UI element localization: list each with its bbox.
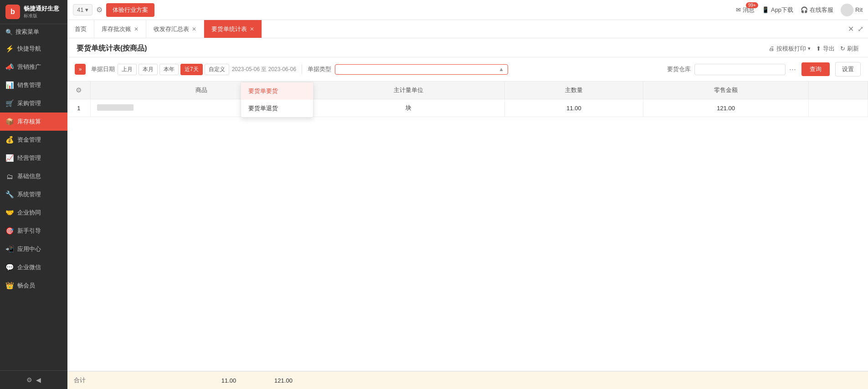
th-unit: 主计量单位 bbox=[313, 82, 504, 99]
filter-more-icon[interactable]: ··· bbox=[789, 65, 796, 74]
logo-icon: b bbox=[5, 5, 20, 19]
nav-icon-finance: 💰 bbox=[5, 136, 14, 144]
filter-bar: » 单据日期 上月 本月 本年 近7天 自定义 2023-05-06 至 202… bbox=[67, 57, 868, 82]
tab-close-all-icon[interactable]: ✕ bbox=[848, 25, 854, 33]
tab-home[interactable]: 首页 bbox=[67, 20, 94, 38]
message-badge: 99+ bbox=[746, 2, 758, 8]
tab-collect-summary[interactable]: 收发存汇总表 ✕ bbox=[146, 20, 204, 38]
date-buttons: 上月 本月 本年 近7天 自定义 bbox=[118, 64, 229, 75]
tab-expand-icon[interactable]: ⤢ bbox=[858, 25, 863, 33]
sidebar-item-app-center[interactable]: 📲 应用中心 bbox=[0, 240, 67, 258]
print-action[interactable]: 🖨 按模板打印 ▾ bbox=[769, 45, 811, 53]
online-service-button[interactable]: 🎧 在线客服 bbox=[801, 6, 833, 14]
filter-expand-button[interactable]: » bbox=[75, 64, 86, 75]
export-action[interactable]: ⬆ 导出 bbox=[816, 45, 835, 53]
sidebar-item-marketing[interactable]: 📣 营销推广 bbox=[0, 58, 67, 76]
settings-icon[interactable]: ⚙ bbox=[26, 376, 32, 384]
product-placeholder bbox=[97, 104, 134, 111]
footer-quantity: 11.00 bbox=[211, 377, 247, 384]
sidebar-item-wechat[interactable]: 💬 企业微信 bbox=[0, 258, 67, 276]
nav-icon-purchase: 🛒 bbox=[5, 99, 14, 107]
logo-area: b 畅捷通好生意 标准版 bbox=[0, 0, 67, 24]
refresh-action[interactable]: ↻ 刷新 bbox=[840, 45, 859, 53]
sidebar-item-sales[interactable]: 📊 销售管理 bbox=[0, 76, 67, 94]
td-seq: 1 bbox=[67, 99, 90, 117]
type-chevron-icon[interactable]: ▲ bbox=[498, 66, 504, 72]
type-filter-group: 单据类型 ▲ bbox=[308, 64, 662, 75]
sidebar-item-basic[interactable]: 🗂 基础信息 bbox=[0, 167, 67, 185]
nav-icon-inventory: 📦 bbox=[5, 118, 14, 126]
sidebar-item-purchase[interactable]: 🛒 采购管理 bbox=[0, 94, 67, 113]
settings-button-filter[interactable]: 设置 bbox=[835, 62, 861, 77]
nav-icon-basic: 🗂 bbox=[5, 173, 14, 180]
search-icon: 🔍 bbox=[5, 29, 13, 36]
th-quantity: 主数量 bbox=[504, 82, 643, 99]
type-input-wrapper[interactable]: ▲ bbox=[335, 64, 508, 75]
user-avatar[interactable]: Rit bbox=[841, 4, 863, 16]
page-title: 要货单统计表(按商品) bbox=[77, 44, 147, 53]
tab-batch-account[interactable]: 库存批次账 ✕ bbox=[94, 20, 146, 38]
tabs-controls: ✕ ⤢ bbox=[843, 25, 868, 33]
footer-label: 合计 bbox=[74, 376, 192, 384]
sidebar-item-guide[interactable]: 🎯 新手引导 bbox=[0, 222, 67, 240]
sidebar-item-quick-nav[interactable]: ⚡ 快捷导航 bbox=[0, 40, 67, 58]
td-quantity: 11.00 bbox=[504, 99, 643, 117]
nav-icon-app-center: 📲 bbox=[5, 245, 14, 253]
type-dropdown: 要货单要货 要货单退货 bbox=[241, 82, 313, 118]
tab-close-batch-account[interactable]: ✕ bbox=[134, 26, 139, 32]
store-selector[interactable]: 41 ▾ bbox=[73, 4, 92, 15]
warehouse-filter-group: 要货仓库 ··· bbox=[667, 64, 796, 75]
query-button[interactable]: 查询 bbox=[801, 62, 830, 76]
data-table-container: 商品 主计量单位 主数量 零售金额 1 块 11.00 bbox=[67, 82, 868, 371]
td-amount: 121.00 bbox=[643, 99, 809, 117]
data-table: 商品 主计量单位 主数量 零售金额 1 块 11.00 bbox=[67, 82, 868, 117]
app-icon: 📱 bbox=[762, 6, 769, 13]
th-settings-icon[interactable] bbox=[76, 86, 82, 94]
industry-solution-button[interactable]: 体验行业方案 bbox=[106, 3, 154, 17]
collapse-icon[interactable]: ◀ bbox=[36, 376, 41, 384]
avatar-image bbox=[841, 4, 853, 16]
this-year-btn[interactable]: 本年 bbox=[159, 64, 179, 75]
type-label: 单据类型 bbox=[308, 65, 331, 73]
messages-button[interactable]: ✉ 消息 99+ bbox=[736, 6, 755, 14]
tab-close-collect-summary[interactable]: ✕ bbox=[192, 26, 196, 32]
tab-close-order-stats[interactable]: ✕ bbox=[250, 26, 254, 32]
sidebar-item-operations[interactable]: 📈 经营管理 bbox=[0, 149, 67, 167]
date-filter-group: 单据日期 上月 本月 本年 近7天 自定义 2023-05-06 至 2023-… bbox=[91, 64, 296, 75]
tabs-bar: 首页 库存批次账 ✕ 收发存汇总表 ✕ 要货单统计表 ✕ ✕ ⤢ bbox=[67, 20, 868, 38]
main-area: 41 ▾ ⚙ 体验行业方案 ✉ 消息 99+ 📱 App下载 🎧 在线客服 R bbox=[67, 0, 868, 389]
td-extra bbox=[809, 99, 868, 117]
last-7days-btn[interactable]: 近7天 bbox=[180, 64, 203, 75]
this-month-btn[interactable]: 本月 bbox=[139, 64, 158, 75]
dropdown-item-order-goods[interactable]: 要货单要货 bbox=[241, 82, 313, 100]
footer-amount: 121.00 bbox=[265, 377, 302, 384]
nav-icon-member: 👑 bbox=[5, 282, 14, 290]
sidebar-item-finance[interactable]: 💰 资金管理 bbox=[0, 131, 67, 149]
page-actions: 🖨 按模板打印 ▾ ⬆ 导出 ↻ 刷新 bbox=[769, 45, 859, 53]
type-input[interactable] bbox=[339, 66, 498, 73]
search-menu[interactable]: 🔍 搜索菜单 bbox=[0, 24, 67, 40]
sidebar-item-system[interactable]: 🔧 系统管理 bbox=[0, 185, 67, 204]
store-chevron-icon: ▾ bbox=[85, 6, 88, 13]
warehouse-input[interactable] bbox=[694, 64, 786, 75]
date-label: 单据日期 bbox=[91, 65, 115, 73]
custom-date-btn[interactable]: 自定义 bbox=[205, 64, 229, 75]
table-row: 1 块 11.00 121.00 bbox=[67, 99, 868, 117]
sidebar-item-member[interactable]: 👑 畅会员 bbox=[0, 276, 67, 295]
nav-icon-quick-nav: ⚡ bbox=[5, 45, 14, 53]
nav-icon-sales: 📊 bbox=[5, 81, 14, 89]
warehouse-label: 要货仓库 bbox=[667, 65, 691, 73]
settings-button[interactable]: ⚙ bbox=[96, 5, 103, 14]
nav-icon-wechat: 💬 bbox=[5, 263, 14, 271]
th-seq bbox=[67, 82, 90, 99]
message-icon: ✉ bbox=[736, 6, 741, 13]
app-download-button[interactable]: 📱 App下载 bbox=[762, 6, 793, 14]
topbar-left: 41 ▾ ⚙ 体验行业方案 bbox=[73, 3, 732, 17]
dropdown-item-order-return[interactable]: 要货单退货 bbox=[241, 100, 313, 117]
sidebar-item-enterprise[interactable]: 🤝 企业协同 bbox=[0, 204, 67, 222]
tab-order-stats[interactable]: 要货单统计表 ✕ bbox=[204, 20, 262, 38]
sidebar-item-inventory[interactable]: 📦 库存核算 bbox=[0, 113, 67, 131]
nav-icon-operations: 📈 bbox=[5, 154, 14, 162]
last-month-btn[interactable]: 上月 bbox=[118, 64, 137, 75]
table-footer: 合计 11.00 121.00 bbox=[67, 371, 868, 389]
